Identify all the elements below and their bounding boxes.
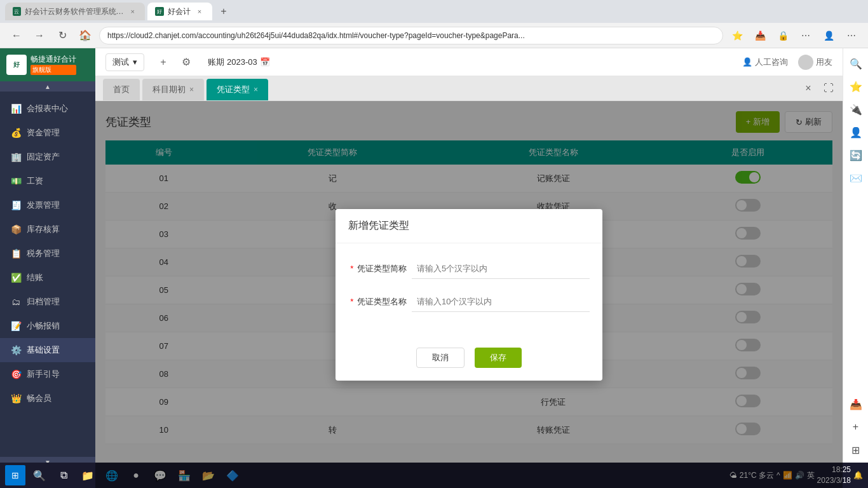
consultation-btn[interactable]: 👤 人工咨询	[742, 57, 788, 68]
notification-icon: 🔔	[853, 471, 863, 480]
right-mail-btn[interactable]: ✉️	[846, 168, 866, 188]
user-btn[interactable]: 用友	[798, 55, 832, 70]
save-button[interactable]: 保存	[475, 348, 522, 368]
logo-icon: 好	[6, 55, 27, 75]
right-grid-btn[interactable]: ⊞	[846, 440, 866, 460]
taskview-btn[interactable]: ⧉	[53, 465, 74, 485]
tab-voucher-type-label: 凭证类型	[217, 84, 250, 95]
tab-title-1: 好会计云财务软件管理系统_会计	[25, 6, 125, 17]
tab-voucher-type-close[interactable]: ×	[254, 85, 258, 94]
sidebar-item-reports[interactable]: 📊 会报表中心	[0, 97, 95, 121]
extension-btn-1[interactable]: ⭐	[728, 27, 746, 44]
tab-close-1[interactable]: ×	[128, 6, 137, 17]
top-bar: 测试 ▾ + ⚙ 账期 2023-03 📅 👤 人工咨询 用友	[95, 48, 843, 76]
modal-header: 新增凭证类型	[336, 209, 602, 243]
tab-close-btn[interactable]: ×	[799, 79, 817, 97]
sidebar-label-invoice: 发票管理	[27, 200, 60, 211]
sidebar-label-checkout: 结账	[27, 272, 43, 283]
sidebar-item-archive[interactable]: 🗂 归档管理	[0, 290, 95, 314]
sidebar-label-fixed-assets: 固定资产	[27, 151, 60, 163]
sidebar: 好 畅捷通好合计 旗舰版 ▲ 📊 会报表中心 💰 资金管理 🏢 固定资产 💵	[0, 48, 95, 488]
label-text-name: 凭证类型名称	[357, 297, 407, 306]
new-tab-button[interactable]: +	[215, 3, 233, 20]
app-container: 好 畅捷通好合计 旗舰版 ▲ 📊 会报表中心 💰 资金管理 🏢 固定资产 💵	[0, 48, 868, 488]
sidebar-item-fixed-assets[interactable]: 🏢 固定资产	[0, 145, 95, 169]
tab-close-2[interactable]: ×	[194, 6, 205, 17]
more-btn[interactable]: ⋯	[843, 27, 860, 44]
top-bar-right: 👤 人工咨询 用友	[742, 55, 832, 70]
tab-subjects-close[interactable]: ×	[189, 85, 194, 94]
sidebar-label-capital: 资金管理	[27, 127, 60, 139]
extension-btn-4[interactable]: ⋯	[797, 27, 815, 44]
cancel-button[interactable]: 取消	[416, 348, 465, 368]
sidebar-item-guide[interactable]: 🎯 新手引导	[0, 362, 95, 386]
short-input[interactable]	[412, 259, 590, 279]
tab-title-2: 好会计	[168, 6, 191, 17]
reload-button[interactable]: ↻	[53, 27, 71, 44]
sidebar-item-tax[interactable]: 📋 税务管理	[0, 241, 95, 266]
sidebar-label-report: 小畅报销	[27, 320, 60, 332]
back-button[interactable]: ←	[8, 27, 25, 44]
sidebar-item-settings[interactable]: ⚙️ 基础设置	[0, 338, 95, 362]
sidebar-item-member[interactable]: 👑 畅会员	[0, 386, 95, 410]
sidebar-scroll-up[interactable]: ▲	[0, 81, 95, 92]
required-mark-1: *	[350, 264, 353, 273]
right-panel: 🔍 ⭐ 🔌 👤 🔄 ✉️ 📥 + ⊞ ⚙	[843, 48, 868, 488]
browser-chrome: 云 好会计云财务软件管理系统_会计 × 好 好会计 × + ← → ↻ 🏠 ht…	[0, 0, 868, 48]
settings-icon: ⚙️	[10, 344, 22, 356]
right-star-btn[interactable]: ⭐	[846, 76, 866, 97]
workspace-dropdown-icon: ▾	[133, 57, 137, 67]
sidebar-item-checkout[interactable]: ✅ 结账	[0, 266, 95, 290]
tab-voucher-type[interactable]: 凭证类型 ×	[207, 79, 268, 100]
extension-btn-3[interactable]: 🔒	[774, 27, 792, 44]
inventory-icon: 📦	[10, 224, 22, 235]
forward-button[interactable]: →	[31, 27, 48, 44]
browser-tab-2[interactable]: 好 好会计 ×	[147, 3, 212, 20]
consultation-icon: 👤	[742, 57, 752, 67]
calendar-icon: 📅	[260, 57, 270, 67]
right-refresh2-btn[interactable]: 🔄	[846, 145, 866, 165]
address-input[interactable]: https://cloud2.chanjet.com/accounting/uh…	[99, 27, 723, 44]
sidebar-item-inventory[interactable]: 📦 库存核算	[0, 217, 95, 241]
tab-home[interactable]: 首页	[103, 79, 140, 100]
tab-favicon-1: 云	[13, 7, 21, 16]
form-row-short: * 凭证类型简称	[348, 259, 590, 279]
member-icon: 👑	[10, 393, 22, 404]
browser-tab-1[interactable]: 云 好会计云财务软件管理系统_会计 ×	[5, 3, 145, 20]
right-search-btn[interactable]: 🔍	[846, 53, 866, 74]
sidebar-logo: 好 畅捷通好合计 旗舰版	[0, 48, 95, 81]
sidebar-label-guide: 新手引导	[27, 369, 60, 380]
profile-btn[interactable]: 👤	[820, 27, 837, 44]
sidebar-label-tax: 税务管理	[27, 248, 60, 259]
add-workspace-btn[interactable]: +	[154, 53, 172, 71]
settings-gear-btn[interactable]: ⚙	[177, 53, 195, 71]
main-content: 测试 ▾ + ⚙ 账期 2023-03 📅 👤 人工咨询 用友	[95, 48, 843, 488]
workspace-selector[interactable]: 测试 ▾	[105, 53, 144, 71]
address-bar: ← → ↻ 🏠 https://cloud2.chanjet.com/accou…	[0, 23, 868, 48]
tabs-section: 首页 科目期初 × 凭证类型 × × ⛶	[95, 76, 843, 101]
right-download-btn[interactable]: 📥	[846, 394, 866, 414]
sidebar-item-report[interactable]: 📝 小畅报销	[0, 314, 95, 338]
start-button[interactable]: ⊞	[5, 465, 25, 485]
workspace-name: 测试	[112, 57, 129, 68]
sidebar-item-invoice[interactable]: 🧾 发票管理	[0, 193, 95, 217]
home-button[interactable]: 🏠	[76, 27, 94, 44]
right-user2-btn[interactable]: 👤	[846, 122, 866, 142]
tab-subjects[interactable]: 科目期初 ×	[142, 79, 204, 100]
tab-favicon-2: 好	[155, 7, 164, 16]
tab-maximize-btn[interactable]: ⛶	[820, 79, 837, 97]
address-text: https://cloud2.chanjet.com/accounting/uh…	[107, 31, 525, 40]
tab-bar: 云 好会计云财务软件管理系统_会计 × 好 好会计 × +	[0, 0, 868, 23]
right-add2-btn[interactable]: +	[846, 417, 866, 437]
tax-icon: 📋	[10, 248, 22, 259]
sidebar-item-capital[interactable]: 💰 资金管理	[0, 121, 95, 145]
tab-subjects-label: 科目期初	[153, 84, 186, 95]
sidebar-item-salary[interactable]: 💵 工资	[0, 169, 95, 193]
form-label-short: * 凭证类型简称	[348, 263, 412, 274]
right-plugin-btn[interactable]: 🔌	[846, 99, 866, 119]
guide-icon: 🎯	[10, 369, 22, 380]
search-taskbar-btn[interactable]: 🔍	[29, 465, 50, 485]
extension-btn-2[interactable]: 📥	[751, 27, 769, 44]
windows-icon: ⊞	[11, 470, 19, 480]
name-input[interactable]	[412, 292, 590, 312]
